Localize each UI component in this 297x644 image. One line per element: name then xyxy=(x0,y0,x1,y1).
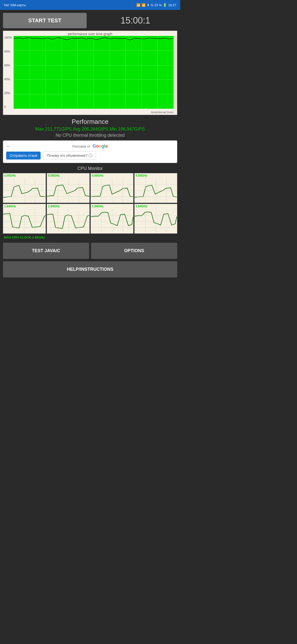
graph-grid-lines xyxy=(13,36,174,109)
cpu-graph-6 xyxy=(47,209,89,233)
ad-buttons: Отправить отзыв Почему это объявление? ⓘ xyxy=(6,151,174,160)
cpu-cell-1: 0.55GHz xyxy=(3,173,46,203)
ad-container: ← Реклама от Google Отправить отзыв Поче… xyxy=(3,140,177,163)
cpu-graph-7 xyxy=(91,209,133,233)
cpu-cell-6: 1.84GHz xyxy=(47,204,90,234)
top-row: START TEST 15:00:1 xyxy=(3,13,177,28)
graph-area xyxy=(13,36,174,109)
bottom-buttons: TEST JAVA/C OPTIONS xyxy=(3,243,177,259)
google-logo: Google xyxy=(93,144,108,149)
cpu-graph-3 xyxy=(91,178,133,202)
wifi-icon: 📶 xyxy=(142,3,146,7)
ad-back-button[interactable]: ← xyxy=(6,144,11,149)
status-icons: 📶 📶 ⬇ N 23 % 🔋 18:27 xyxy=(136,3,176,7)
options-button[interactable]: OPTIONS xyxy=(91,243,177,259)
cpu-graph-8 xyxy=(135,209,177,233)
cpu-freq-4: 0.55GHz xyxy=(135,174,177,178)
cpu-freq-6: 1.84GHz xyxy=(47,204,89,208)
sim-status: Нет SIM-карты xyxy=(4,3,26,7)
main-content: START TEST 15:00:1 performance over time… xyxy=(0,10,180,285)
performance-title: Performance xyxy=(3,118,177,126)
cpu-graph-2 xyxy=(47,178,89,202)
status-bar: Нет SIM-карты 📶 📶 ⬇ N 23 % 🔋 18:27 xyxy=(0,0,180,10)
cpu-cell-7: 1.54GHz xyxy=(91,204,133,234)
ad-label: Реклама от xyxy=(72,144,91,148)
start-test-button[interactable]: START TEST xyxy=(3,13,87,28)
cpu-freq-5: 1.84GHz xyxy=(3,204,45,208)
cpu-freq-3: 0.55GHz xyxy=(91,174,133,178)
cpu-freq-7: 1.54GHz xyxy=(91,204,133,208)
timer-display: 15:00:1 xyxy=(94,15,177,26)
battery-percent: 23 % xyxy=(154,3,162,7)
cpu-svg-1 xyxy=(3,178,45,202)
test-java-button[interactable]: TEST JAVA/C xyxy=(3,243,89,259)
download-icon: ⬇ xyxy=(147,3,149,7)
max-cpu-clock: MAX CPU CLOCK:2.86GHz xyxy=(3,235,177,240)
cpu-graph-5 xyxy=(3,209,45,233)
graph-y-labels: 100% 80% 60% 40% 20% 0 xyxy=(3,36,13,109)
cpu-svg-5 xyxy=(3,209,45,233)
performance-section: Performance Max 211,771GIPS Avg 206,264G… xyxy=(3,118,177,138)
cpu-cell-4: 0.55GHz xyxy=(134,173,177,203)
cpu-svg-3 xyxy=(91,178,133,202)
graph-title: performance over time graph xyxy=(3,32,177,36)
cpu-freq-8: 1.54GHz xyxy=(135,204,177,208)
nfc-icon: N xyxy=(151,3,153,7)
cpu-monitor-title: CPU Monitor xyxy=(3,166,177,171)
cpu-svg-6 xyxy=(47,209,89,233)
cpu-graph-4 xyxy=(135,178,177,202)
ad-why-button[interactable]: Почему это объявление? ⓘ xyxy=(43,151,96,160)
clock: 18:27 xyxy=(168,3,176,7)
cpu-svg-8 xyxy=(135,209,177,233)
info-icon: ⓘ xyxy=(88,154,92,158)
cpu-cell-5: 1.84GHz xyxy=(3,204,46,234)
perf-line-svg xyxy=(13,36,174,46)
ad-header: Реклама от Google xyxy=(6,144,174,149)
graph-green-fill xyxy=(13,36,174,109)
cpu-svg-7 xyxy=(91,209,133,233)
cpu-graph-1 xyxy=(3,178,45,202)
graph-scrollbar[interactable] xyxy=(174,36,177,109)
cpu-grid: 0.55GHz 0.55GHz xyxy=(3,173,177,234)
cpu-svg-4 xyxy=(135,178,177,202)
cpu-svg-2 xyxy=(47,178,89,202)
ad-feedback-button[interactable]: Отправить отзыв xyxy=(6,152,40,160)
battery-icon: 🔋 xyxy=(163,3,167,7)
performance-graph: performance over time graph 100% 80% 60%… xyxy=(3,31,177,115)
sim-icon: 📶 xyxy=(136,3,140,7)
cpu-cell-2: 0.55GHz xyxy=(47,173,90,203)
cpu-monitor-section: CPU Monitor 0.55GHz xyxy=(3,166,177,240)
cpu-cell-3: 0.55GHz xyxy=(91,173,133,203)
help-instructions-button[interactable]: HELP/INSTRUCTIONS xyxy=(3,261,177,278)
performance-stats: Max 211,771GIPS Avg 206,264GIPS Min 196,… xyxy=(3,126,177,132)
cpu-freq-2: 0.55GHz xyxy=(47,174,89,178)
no-throttle-text: No CPU thermal throttling detected xyxy=(3,133,177,138)
cpu-freq-1: 0.55GHz xyxy=(3,174,45,178)
cpu-cell-8: 1.54GHz xyxy=(134,204,177,234)
graph-x-label: time(interval 2min) xyxy=(151,111,174,114)
